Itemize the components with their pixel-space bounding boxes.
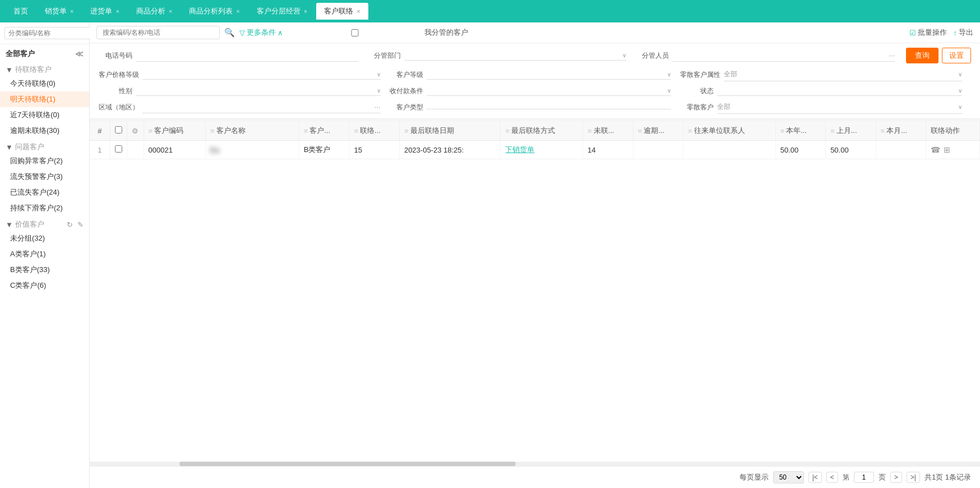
sidebar-item-overdue[interactable]: 逾期未联络(30): [0, 123, 89, 139]
action-contact-icon[interactable]: ☎: [931, 145, 940, 154]
horizontal-scrollbar[interactable]: [90, 462, 980, 466]
filter-gender: 性别 ∨: [99, 86, 390, 96]
phone-input[interactable]: [136, 50, 358, 62]
customer-type-select[interactable]: [427, 105, 672, 109]
first-page-button[interactable]: |<: [808, 472, 822, 483]
toolbar-search-icon[interactable]: 🔍: [224, 27, 235, 38]
sidebar-item-c-class[interactable]: C类客户(6): [0, 278, 89, 293]
row-last-month: 50.00: [826, 141, 876, 159]
col-last-month-sort-icon: ≡: [830, 127, 835, 135]
sidebar-item-today[interactable]: 今天待联络(0): [0, 76, 89, 91]
row-no-contact: 14: [583, 141, 633, 159]
sidebar-search-input[interactable]: [4, 27, 96, 39]
query-button[interactable]: 查询: [906, 48, 939, 63]
sidebar-item-abnormal[interactable]: 回购异常客户(2): [0, 153, 89, 169]
col-gear[interactable]: ⚙: [127, 121, 144, 141]
close-product-analysis-list-icon[interactable]: ×: [236, 8, 239, 15]
filter-dept: 分管部门 ∨: [367, 50, 636, 61]
close-customer-tier-icon[interactable]: ×: [304, 8, 307, 15]
sidebar: 🔍 全部客户 ≪ ▼ 待联络客户 今天待联络(0) 明天待联络(1) 近7天待联…: [0, 22, 90, 488]
customer-table: # ⚙ ≡客户编码 ≡客户名称 ≡客户...: [90, 121, 980, 159]
select-all-checkbox[interactable]: [115, 126, 122, 133]
scrollbar-thumb[interactable]: [179, 462, 516, 466]
collapse-all-customers-icon[interactable]: ≪: [75, 49, 84, 58]
prev-page-button[interactable]: <: [826, 472, 838, 483]
close-customer-contact-icon[interactable]: ×: [357, 8, 360, 15]
nav-purchase[interactable]: 进货单 ×: [82, 3, 127, 20]
sidebar-item-declining[interactable]: 持续下滑客户(2): [0, 200, 89, 216]
value-edit-icon[interactable]: ✎: [77, 220, 84, 229]
area-dots[interactable]: ···: [142, 101, 381, 113]
export-button[interactable]: ↑ 导出: [954, 27, 974, 38]
close-product-analysis-icon[interactable]: ×: [169, 8, 172, 15]
payment-select[interactable]: ∨: [427, 86, 672, 96]
filter-actions: 查询 设置: [904, 48, 971, 63]
retail-attr-select[interactable]: 全部 ∨: [724, 68, 962, 81]
batch-action-button[interactable]: ☑ 批量操作: [909, 27, 947, 38]
col-this-month-sort-icon: ≡: [881, 127, 885, 135]
sidebar-item-7days[interactable]: 近7天待联络(0): [0, 107, 89, 123]
gender-label: 性别: [99, 86, 132, 96]
col-last-month: ≡上月...: [826, 121, 876, 141]
manager-dots[interactable]: ···: [672, 49, 895, 62]
gender-select[interactable]: ∨: [136, 86, 381, 96]
nav-product-analysis[interactable]: 商品分析 ×: [128, 3, 180, 20]
sidebar-item-b-class[interactable]: B类客户(33): [0, 262, 89, 278]
problem-section-header: ▼ 问题客户: [0, 139, 89, 153]
col-unit-contact: ≡往来单位联系人: [683, 121, 775, 141]
sidebar-item-ungrouped[interactable]: 未分组(32): [0, 231, 89, 246]
action-more-icon[interactable]: ⊞: [944, 145, 950, 154]
toolbar-right: ☑ 批量操作 ↑ 导出: [909, 27, 974, 38]
status-select[interactable]: ∨: [717, 86, 962, 96]
more-filter-button[interactable]: ▽ 更多条件 ∧: [239, 27, 283, 38]
sidebar-item-churned[interactable]: 已流失客户(24): [0, 185, 89, 200]
value-refresh-icon[interactable]: ↻: [67, 220, 73, 229]
sidebar-item-churn-warning[interactable]: 流失预警客户(3): [0, 169, 89, 185]
sidebar-item-tomorrow[interactable]: 明天待联络(1): [0, 91, 89, 107]
sidebar-item-a-class[interactable]: A类客户(1): [0, 246, 89, 262]
my-customers-checkbox-label[interactable]: 我分管的客户: [288, 27, 468, 38]
col-date-sort-icon: ≡: [404, 127, 409, 135]
last-page-button[interactable]: >|: [907, 472, 920, 483]
customer-level-select[interactable]: ∨: [427, 70, 672, 80]
table-row: 1 000021 Ea B类客户 15 2023-05-23 18:25: 下销…: [90, 141, 980, 159]
col-customer-code-sort-icon: ≡: [149, 127, 153, 135]
value-section-header: ▼ 价值客户 ↻ ✎: [0, 216, 89, 231]
page-size-select[interactable]: 50 100 200: [773, 471, 804, 484]
dept-select[interactable]: ∨: [404, 50, 627, 61]
col-no-contact-sort-icon: ≡: [588, 127, 592, 135]
filter-panel: 电话号码 分管部门 ∨ 分管人员 ··· 查询 设置: [90, 43, 980, 119]
next-page-button[interactable]: >: [890, 472, 902, 483]
col-action: 联络动作: [926, 121, 980, 141]
price-level-select[interactable]: ∨: [142, 70, 381, 80]
retail-customer-arrow-icon: ∨: [958, 104, 962, 110]
page-number-input[interactable]: [854, 472, 874, 483]
contact-method-link[interactable]: 下销货单: [505, 145, 534, 154]
setting-button[interactable]: 设置: [942, 48, 971, 63]
col-contact-count: ≡联络...: [349, 121, 399, 141]
row-unit-contact: [683, 141, 775, 159]
customer-level-arrow-icon: ∨: [667, 71, 671, 77]
retail-customer-select[interactable]: 全部 ∨: [717, 100, 962, 114]
nav-product-analysis-list[interactable]: 商品分析列表 ×: [181, 3, 247, 20]
status-arrow-icon: ∨: [958, 88, 962, 94]
payment-label: 收付款条件: [390, 86, 423, 96]
my-customers-checkbox[interactable]: [288, 29, 422, 36]
table-header-row: # ⚙ ≡客户编码 ≡客户名称 ≡客户...: [90, 121, 980, 141]
sidebar-search-area: 🔍: [0, 22, 89, 44]
nav-customer-contact[interactable]: 客户联络 ×: [316, 3, 368, 20]
pending-triangle-icon: ▼: [6, 66, 13, 74]
col-contact-sort-icon: ≡: [354, 127, 358, 135]
row-this-month: [876, 141, 926, 159]
nav-home[interactable]: 首页: [6, 3, 36, 20]
nav-customer-tier[interactable]: 客户分层经营 ×: [249, 3, 315, 20]
col-overdue: ≡逾期...: [633, 121, 683, 141]
close-sales-icon[interactable]: ×: [70, 8, 73, 15]
search-input[interactable]: [96, 26, 220, 39]
filter-status: 状态 ∨: [680, 86, 971, 96]
nav-sales[interactable]: 销货单 ×: [37, 3, 81, 20]
filter-icon: ▽: [239, 29, 245, 37]
pagination: 每页显示 50 100 200 |< < 第 页 > >| 共1页 1条记录: [90, 466, 980, 488]
close-purchase-icon[interactable]: ×: [115, 8, 119, 15]
row-checkbox[interactable]: [115, 145, 122, 153]
